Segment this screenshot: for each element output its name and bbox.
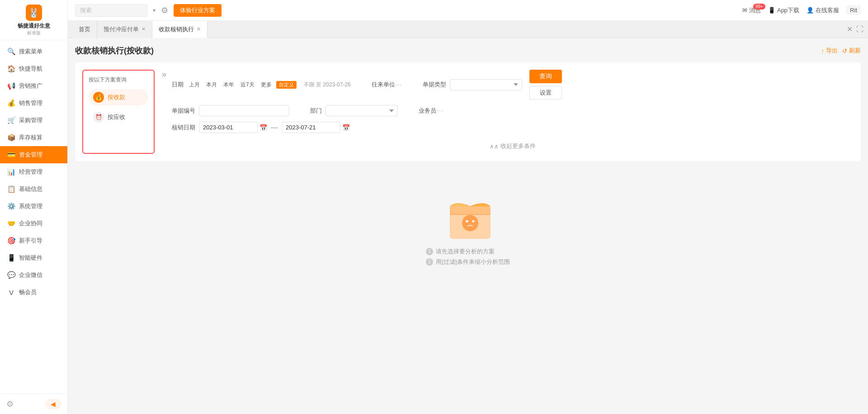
sidebar-item-member[interactable]: V 畅会员: [0, 284, 67, 301]
service-label: 在线客服: [816, 6, 839, 14]
sidebar-item-marketing[interactable]: 📢 营销推广: [0, 77, 67, 95]
sidebar-item-quicknav[interactable]: 🏠 快捷导航: [0, 60, 67, 77]
sidebar-item-label-guide: 新手引导: [19, 237, 42, 245]
search-icon: 🔍: [7, 48, 15, 56]
sidebar-item-search[interactable]: 🔍 搜索菜单: [0, 43, 67, 60]
topbar-search[interactable]: 搜索: [75, 4, 147, 17]
sidebar-collapse-button[interactable]: ◀: [45, 399, 61, 409]
custom-date-tag[interactable]: 自定义: [276, 81, 297, 89]
tab-verify[interactable]: 收款核销执行 ✕: [152, 21, 208, 38]
sidebar-item-basic[interactable]: 📋 基础信息: [0, 181, 67, 198]
tab-bar: 首页 预付冲应付单 ✕ 收款核销执行 ✕ ✕ ⛶: [68, 21, 868, 38]
page-actions: ↑ 导出 ↺ 刷新: [821, 47, 861, 55]
sidebar-item-label-collab: 企业协同: [19, 219, 42, 228]
sidebar-item-hardware[interactable]: 📱 智能硬件: [0, 249, 67, 266]
sidebar-item-operations[interactable]: 📊 经营管理: [0, 163, 67, 181]
counterpart-dots[interactable]: ···: [395, 80, 402, 90]
empty-hint-1: 1 请先选择要分析的方案: [426, 246, 509, 257]
sidebar-item-label-quicknav: 快捷导航: [19, 65, 42, 73]
sidebar-item-system[interactable]: ⚙️ 系统管理: [0, 198, 67, 215]
sidebar-item-label-finance: 资金管理: [19, 151, 42, 159]
sidebar-item-wechat[interactable]: 💬 企业微信: [0, 266, 67, 284]
sidebar-item-label-system: 系统管理: [19, 202, 42, 210]
collapse-more-label: 收起更多条件: [500, 142, 536, 150]
topbar-chevron-icon[interactable]: ▾: [153, 7, 156, 14]
date-tab-more[interactable]: 更多: [259, 80, 274, 90]
doctype-select[interactable]: [450, 79, 522, 90]
topbar-search-text: 搜索: [80, 6, 92, 14]
home-icon: 🏠: [7, 65, 15, 73]
logo-text: 畅捷通好生意: [18, 22, 50, 30]
svg-point-5: [472, 220, 475, 223]
docnumber-label: 单据编号: [172, 107, 195, 115]
filter-settings-button[interactable]: 设置: [529, 86, 562, 100]
message-badge: 99+: [753, 4, 765, 10]
dept-select[interactable]: [326, 105, 398, 116]
page-title: 收款核销执行(按收款): [75, 45, 154, 56]
sidebar-item-collab[interactable]: 🤝 企业协同: [0, 215, 67, 232]
tab-verify-close-icon[interactable]: ✕: [197, 26, 201, 32]
sidebar-item-label-operations: 经营管理: [19, 168, 42, 176]
date-tab-last-month[interactable]: 上月: [187, 80, 202, 90]
collapse-more-btn[interactable]: ∧∧ 收起更多条件: [172, 138, 854, 154]
query-button[interactable]: 查询: [529, 70, 562, 83]
solution-button[interactable]: 体验行业方案: [174, 4, 222, 17]
calendar-start-icon[interactable]: 📅: [259, 124, 267, 131]
refresh-icon: ↺: [842, 48, 847, 54]
tab-prepay-close-icon[interactable]: ✕: [142, 26, 146, 32]
docnumber-input[interactable]: [199, 105, 289, 116]
docnumber-field: 单据编号: [172, 105, 289, 116]
tab-home-label: 首页: [79, 25, 90, 33]
tab-close-action[interactable]: ✕: [847, 25, 853, 33]
filter-row-3: 核销日期 📅 — 📅: [172, 122, 854, 133]
verify-date-label: 核销日期: [172, 124, 195, 132]
sidebar-item-purchase[interactable]: 🛒 采购管理: [0, 112, 67, 129]
verify-date-end-input[interactable]: [282, 122, 340, 133]
hint-2-text: 用[过滤]条件来缩小分析范围: [436, 257, 509, 267]
refresh-button[interactable]: ↺ 刷新: [842, 47, 861, 55]
settings-icon[interactable]: ⚙: [6, 399, 14, 409]
hardware-icon: 📱: [7, 254, 15, 262]
topbar: 搜索 ▾ ⚙ 体验行业方案 ✉ 消息 99+ 📱 App下载 👤 在线客服 Ri…: [68, 0, 868, 21]
message-button[interactable]: ✉ 消息 99+: [742, 6, 761, 14]
filter-fields: 日期 上月 本月 本年 近7天 更多 自定义 不限 至 2023-0: [172, 70, 854, 154]
staff-dots[interactable]: ···: [436, 106, 443, 115]
sidebar-item-sales[interactable]: 💰 销售管理: [0, 95, 67, 112]
export-button[interactable]: ↑ 导出: [821, 47, 838, 55]
sidebar-item-guide[interactable]: 🎯 新手引导: [0, 232, 67, 249]
tab-expand-action[interactable]: ⛶: [856, 25, 863, 33]
empty-hints: 1 请先选择要分析的方案 2 用[过滤]条件来缩小分析范围: [426, 246, 509, 267]
sidebar-item-label-member: 畅会员: [19, 288, 37, 296]
refresh-label: 刷新: [849, 47, 861, 55]
tab-prepay[interactable]: 预付冲应付单 ✕: [97, 21, 152, 38]
date-range-display: 不限 至 2023-07-26: [304, 81, 351, 89]
filter-option-by-receivable[interactable]: ⏰ 按应收: [89, 109, 148, 125]
date-separator: —: [271, 124, 278, 132]
marketing-icon: 📢: [7, 82, 15, 90]
app-download-button[interactable]: 📱 App下载: [768, 6, 799, 14]
filter-option-by-receipt[interactable]: 💰 按收款: [89, 89, 148, 105]
verify-date-start-input[interactable]: [199, 122, 258, 133]
chevron-up-icon: ∧∧: [490, 143, 499, 150]
finance-icon: 💳: [7, 151, 15, 159]
online-service-button[interactable]: 👤 在线客服: [807, 6, 839, 14]
step-1-icon: 1: [426, 248, 433, 255]
user-profile[interactable]: Rit: [846, 5, 861, 15]
calendar-end-icon[interactable]: 📅: [342, 124, 350, 131]
sidebar: 🐰 畅捷通好生意 标准版 🔍 搜索菜单 🏠 快捷导航 📢 营销推广 💰 销售管理…: [0, 0, 68, 414]
doctype-label: 单据类型: [423, 81, 446, 89]
tab-actions: ✕ ⛶: [847, 25, 863, 33]
filter-option-receipt-label: 按收款: [108, 93, 125, 101]
date-tab-this-year[interactable]: 本年: [222, 80, 236, 90]
date-tab-this-month[interactable]: 本月: [204, 80, 219, 90]
topbar-right: ✉ 消息 99+ 📱 App下载 👤 在线客服 Rit: [742, 5, 861, 15]
service-icon: 👤: [807, 7, 814, 14]
sidebar-item-inventory[interactable]: 📦 库存核算: [0, 129, 67, 146]
date-tab-7days[interactable]: 近7天: [239, 80, 256, 90]
topbar-gear-icon[interactable]: ⚙: [161, 5, 168, 15]
sidebar-item-finance[interactable]: 💳 资金管理: [0, 146, 67, 163]
filter-collapse-icon[interactable]: »: [162, 70, 166, 79]
tab-home[interactable]: 首页: [72, 21, 97, 38]
system-icon: ⚙️: [7, 202, 15, 210]
sidebar-item-label-sales: 销售管理: [19, 99, 42, 107]
